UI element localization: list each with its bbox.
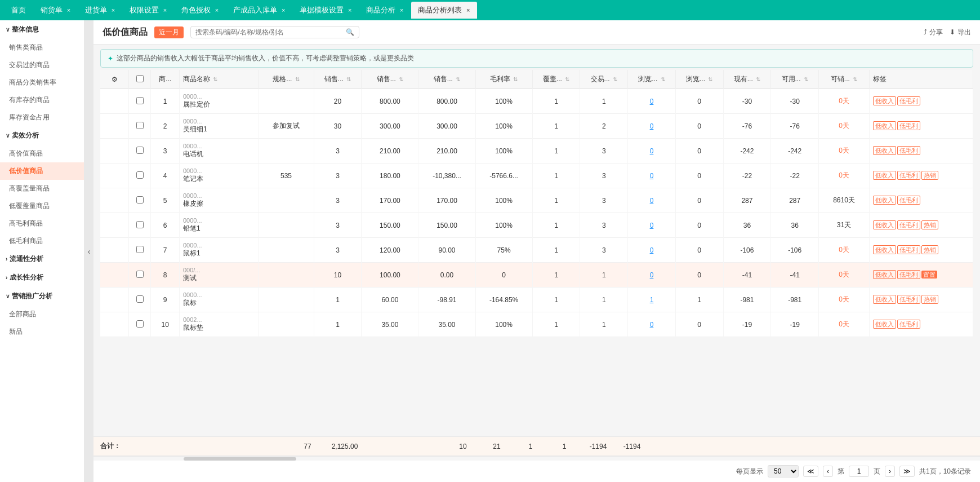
sidebar-group-sales-effect[interactable]: ∨ 卖效分析 <box>0 126 84 145</box>
scrollbar[interactable] <box>93 456 980 461</box>
col-coverage[interactable]: 覆盖... ⇅ <box>532 70 580 89</box>
row-checkbox[interactable] <box>136 196 144 204</box>
nav-role-auth[interactable]: 角色授权 × <box>175 2 225 19</box>
col-sales-qty[interactable]: 销售... ⇅ <box>314 70 362 89</box>
browse-link[interactable]: 0 <box>650 222 654 229</box>
first-page-button[interactable]: ≪ <box>803 466 818 477</box>
col-browse1[interactable]: 浏览... ⇅ <box>628 70 676 89</box>
nav-home[interactable]: 首页 <box>5 2 33 19</box>
row-checkbox[interactable] <box>136 271 144 278</box>
cell-browse1[interactable]: 0 <box>628 312 676 337</box>
cell-checkbox[interactable] <box>129 238 151 263</box>
sidebar-group-overall[interactable]: ∨ 整体信息 <box>0 20 84 39</box>
cell-checkbox[interactable] <box>129 114 151 139</box>
browse-link[interactable]: 0 <box>650 321 654 329</box>
col-available[interactable]: 可用... ⇅ <box>771 70 819 89</box>
cell-checkbox[interactable] <box>129 139 151 163</box>
cell-checkbox[interactable] <box>129 163 151 188</box>
close-icon[interactable]: × <box>282 7 285 14</box>
row-checkbox[interactable] <box>136 295 144 303</box>
col-spec[interactable]: 规格... ⇅ <box>259 70 314 89</box>
sidebar-collapse-button[interactable]: ‹ <box>84 20 93 482</box>
browse-link[interactable]: 0 <box>650 172 654 180</box>
close-icon[interactable]: × <box>163 7 167 14</box>
close-icon[interactable]: × <box>348 7 351 14</box>
filter-tag-button[interactable]: 近一月 <box>154 26 184 38</box>
cell-browse1[interactable]: 0 <box>628 263 676 288</box>
row-checkbox[interactable] <box>136 171 144 179</box>
browse-link[interactable]: 0 <box>650 197 654 205</box>
cell-checkbox[interactable] <box>129 213 151 238</box>
next-page-button[interactable]: › <box>885 466 895 477</box>
sidebar-item-all-products[interactable]: 全部商品 <box>0 306 84 323</box>
nav-purchase-order[interactable]: 进货单 × <box>78 2 122 19</box>
row-checkbox[interactable] <box>136 320 144 328</box>
row-checkbox[interactable] <box>136 97 144 104</box>
close-icon[interactable]: × <box>112 7 115 14</box>
sidebar-item-stock-capital[interactable]: 库存资金占用 <box>0 109 84 126</box>
cell-browse1[interactable]: 0 <box>628 89 676 114</box>
sidebar-item-new-products[interactable]: 新品 <box>0 323 84 341</box>
cell-checkbox[interactable] <box>129 188 151 213</box>
sidebar-item-stocked-products[interactable]: 有库存的商品 <box>0 91 84 109</box>
page-size-select[interactable]: 50 100 <box>768 465 799 477</box>
cell-checkbox[interactable] <box>129 312 151 337</box>
cell-browse1[interactable]: 0 <box>628 139 676 163</box>
sidebar-item-sales-products[interactable]: 销售类商品 <box>0 39 84 56</box>
browse-link[interactable]: 0 <box>650 147 654 155</box>
cell-checkbox[interactable] <box>129 288 151 312</box>
cell-checkbox[interactable] <box>129 89 151 114</box>
export-button[interactable]: ⬇ 导出 <box>950 28 971 37</box>
col-transaction[interactable]: 交易... ⇅ <box>580 70 628 89</box>
col-sales-price[interactable]: 销售... ⇅ <box>362 70 418 89</box>
col-browse2[interactable]: 浏览... ⇅ <box>675 70 723 89</box>
nav-template-settings[interactable]: 单据模板设置 × <box>293 2 358 19</box>
col-current[interactable]: 现有... ⇅ <box>723 70 771 89</box>
close-icon[interactable]: × <box>400 7 403 14</box>
search-icon[interactable]: 🔍 <box>346 28 354 36</box>
sidebar-item-low-coverage[interactable]: 低覆盖量商品 <box>0 197 84 215</box>
browse-link[interactable]: 1 <box>650 296 654 304</box>
row-checkbox[interactable] <box>136 246 144 253</box>
sidebar-group-marketing[interactable]: ∨ 营销推广分析 <box>0 287 84 306</box>
sidebar-item-low-value[interactable]: 低价值商品 <box>0 162 84 180</box>
col-settings[interactable]: ⚙ <box>100 70 129 89</box>
sidebar-item-high-coverage[interactable]: 高覆盖量商品 <box>0 180 84 197</box>
cell-browse1[interactable]: 0 <box>628 213 676 238</box>
sidebar-group-growth[interactable]: › 成长性分析 <box>0 268 84 287</box>
col-sales-amount[interactable]: 销售... ⇅ <box>418 70 475 89</box>
select-all-checkbox[interactable] <box>136 75 144 82</box>
sidebar-item-high-value[interactable]: 高价值商品 <box>0 145 84 162</box>
cell-browse1[interactable]: 1 <box>628 288 676 312</box>
row-checkbox[interactable] <box>136 147 144 154</box>
nav-product-analysis-list[interactable]: 商品分析列表 × <box>411 2 476 19</box>
close-icon[interactable]: × <box>67 7 70 14</box>
search-input[interactable] <box>195 28 342 36</box>
sidebar-item-traded-products[interactable]: 交易过的商品 <box>0 56 84 74</box>
row-checkbox[interactable] <box>136 221 144 228</box>
page-number-input[interactable] <box>849 466 869 477</box>
col-sellable[interactable]: 可销... ⇅ <box>819 70 870 89</box>
cell-browse1[interactable]: 0 <box>628 188 676 213</box>
sidebar-group-flow[interactable]: › 流通性分析 <box>0 250 84 268</box>
sidebar-item-high-margin[interactable]: 高毛利商品 <box>0 215 84 232</box>
prev-page-button[interactable]: ‹ <box>823 466 833 477</box>
browse-link[interactable]: 0 <box>650 271 654 279</box>
cell-browse1[interactable]: 0 <box>628 114 676 139</box>
sidebar-item-low-margin[interactable]: 低毛利商品 <box>0 232 84 250</box>
col-name[interactable]: 商品名称 ⇅ <box>179 70 258 89</box>
browse-link[interactable]: 0 <box>650 246 654 254</box>
cell-checkbox[interactable] <box>129 263 151 288</box>
close-icon[interactable]: × <box>466 7 470 14</box>
cell-browse1[interactable]: 0 <box>628 163 676 188</box>
col-margin[interactable]: 毛利率 ⇅ <box>475 70 532 89</box>
last-page-button[interactable]: ≫ <box>899 466 915 477</box>
nav-sales-order[interactable]: 销货单 × <box>34 2 77 19</box>
close-icon[interactable]: × <box>215 7 219 14</box>
browse-link[interactable]: 0 <box>650 122 654 130</box>
share-button[interactable]: ⤴ 分享 <box>924 28 943 37</box>
nav-product-analysis[interactable]: 商品分析 × <box>359 2 410 19</box>
cell-browse1[interactable]: 0 <box>628 238 676 263</box>
nav-permission-settings[interactable]: 权限设置 × <box>123 2 173 19</box>
browse-link[interactable]: 0 <box>650 98 654 105</box>
